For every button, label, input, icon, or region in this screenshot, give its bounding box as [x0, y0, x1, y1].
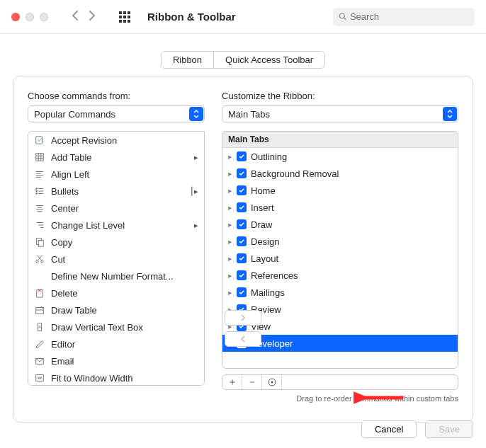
all-prefs-grid-icon[interactable]	[119, 11, 130, 23]
ribbon-tab-item[interactable]: ▸Outlining	[222, 148, 458, 165]
command-item[interactable]: Cut	[28, 251, 204, 268]
copy-icon	[34, 236, 45, 248]
add-to-ribbon-button[interactable]	[225, 310, 261, 326]
ribbon-tab-item[interactable]: ▸Home	[222, 182, 458, 199]
draw-vertical-text-box-icon: A	[34, 321, 45, 333]
cut-icon	[34, 253, 45, 265]
command-label: Define New Number Format...	[51, 271, 174, 282]
command-item[interactable]: Change List Level▸	[28, 217, 204, 234]
window-title: Ribbon & Toolbar	[147, 11, 236, 23]
split-indicator-icon: ⎮▸	[190, 187, 198, 196]
command-label: Fit to Window Width	[51, 373, 133, 384]
command-item[interactable]: Email	[28, 352, 204, 369]
ribbon-tab-label: References	[251, 270, 298, 281]
disclosure-triangle-icon[interactable]: ▸	[227, 152, 234, 161]
cancel-button[interactable]: Cancel	[361, 420, 417, 438]
gear-icon	[267, 377, 277, 387]
command-item[interactable]: Align Left	[28, 166, 204, 183]
command-item[interactable]: Bullets⎮▸	[28, 183, 204, 200]
disclosure-triangle-icon[interactable]: ▸	[227, 271, 234, 280]
options-button[interactable]	[262, 375, 282, 389]
choose-commands-select[interactable]: Popular Commands	[28, 105, 205, 122]
back-button[interactable]	[71, 9, 79, 24]
svg-text:A: A	[38, 325, 41, 329]
email-icon	[34, 355, 45, 367]
command-item[interactable]: Delete	[28, 285, 204, 301]
disclosure-triangle-icon[interactable]: ▸	[227, 288, 234, 297]
command-label: Bullets	[51, 186, 79, 197]
command-item[interactable]: Define New Number Format...	[28, 268, 204, 285]
ribbon-tab-item[interactable]: ▸Background Removal	[222, 165, 458, 182]
disclosure-triangle-icon[interactable]: ▸	[227, 203, 234, 212]
forward-button[interactable]	[88, 9, 96, 24]
checkbox[interactable]	[237, 202, 247, 212]
add-button[interactable]: ＋	[222, 375, 242, 389]
delete-icon	[34, 287, 45, 299]
checkbox[interactable]	[237, 219, 247, 229]
command-item[interactable]: ADraw Vertical Text Box	[28, 318, 204, 335]
svg-rect-34	[36, 308, 44, 314]
command-item[interactable]: Copy	[28, 234, 204, 251]
remove-button[interactable]: －	[242, 375, 262, 389]
ribbon-tab-item[interactable]: ▸Layout	[222, 250, 458, 267]
ribbon-tab-label: Mailings	[251, 287, 285, 298]
disclosure-triangle-icon[interactable]: ▸	[227, 169, 234, 178]
ribbon-tab-label: Background Removal	[251, 168, 339, 179]
command-item[interactable]: Fit to Window Width	[28, 369, 204, 386]
command-item[interactable]: Accept Revision	[28, 132, 204, 149]
svg-point-12	[36, 188, 38, 190]
command-item[interactable]: Editor	[28, 335, 204, 352]
disclosure-triangle-icon[interactable]: ▸	[227, 186, 234, 195]
svg-point-28	[41, 260, 44, 263]
checkbox[interactable]	[237, 270, 247, 280]
command-item[interactable]: Add Table▸	[28, 149, 204, 166]
remove-from-ribbon-button[interactable]	[225, 331, 261, 347]
ribbon-tab-item[interactable]: ▸Insert	[222, 199, 458, 216]
svg-point-14	[36, 193, 38, 195]
search-field[interactable]	[333, 8, 475, 26]
customize-ribbon-select[interactable]: Main Tabs	[222, 105, 458, 122]
bullets-icon	[34, 185, 45, 197]
command-label: Draw Vertical Text Box	[51, 322, 143, 333]
command-label: Copy	[51, 237, 72, 248]
search-icon	[339, 12, 347, 21]
search-input[interactable]	[350, 11, 469, 22]
save-button[interactable]: Save	[425, 420, 473, 438]
ribbon-tab-label: Layout	[251, 253, 278, 264]
commands-listbox[interactable]: Accept RevisionAdd Table▸Align LeftBulle…	[28, 131, 205, 386]
tab-switcher: Ribbon Quick Access Toolbar	[161, 51, 325, 69]
svg-rect-3	[36, 154, 44, 161]
accept-revision-icon	[34, 134, 45, 146]
chevron-updown-icon	[189, 107, 203, 121]
checkbox[interactable]	[237, 287, 247, 297]
disclosure-triangle-icon[interactable]: ▸	[227, 254, 234, 263]
disclosure-triangle-icon[interactable]: ▸	[227, 237, 234, 246]
command-label: Editor	[51, 339, 75, 350]
change-list-level-icon	[34, 219, 45, 231]
disclosure-triangle-icon[interactable]: ▸	[227, 220, 234, 229]
group-header: Main Tabs	[222, 132, 458, 148]
submenu-indicator-icon: ▸	[194, 153, 198, 162]
tab-quick-access-toolbar[interactable]: Quick Access Toolbar	[213, 52, 324, 68]
command-label: Add Table	[51, 152, 92, 163]
checkbox[interactable]	[237, 253, 247, 263]
ribbon-tab-item[interactable]: ▸References	[222, 267, 458, 284]
editor-icon	[34, 338, 45, 350]
minimize-window-button[interactable]	[26, 13, 34, 21]
checkbox[interactable]	[237, 168, 247, 178]
ribbon-tab-item[interactable]: ▸Draw	[222, 216, 458, 233]
checkbox[interactable]	[237, 236, 247, 246]
command-item[interactable]: Draw Table	[28, 301, 204, 318]
ribbon-tab-item[interactable]: ▸Design	[222, 233, 458, 250]
close-window-button[interactable]	[11, 13, 20, 21]
command-label: Delete	[51, 288, 78, 299]
tab-ribbon[interactable]: Ribbon	[162, 52, 213, 68]
ribbon-tab-item[interactable]: ▸Mailings	[222, 284, 458, 301]
draw-table-icon	[34, 304, 45, 316]
checkbox[interactable]	[237, 185, 247, 195]
command-item[interactable]: Center	[28, 200, 204, 217]
command-label: Center	[51, 203, 79, 214]
checkbox[interactable]	[237, 151, 247, 161]
zoom-window-button[interactable]	[40, 13, 48, 21]
svg-line-29	[38, 255, 42, 260]
